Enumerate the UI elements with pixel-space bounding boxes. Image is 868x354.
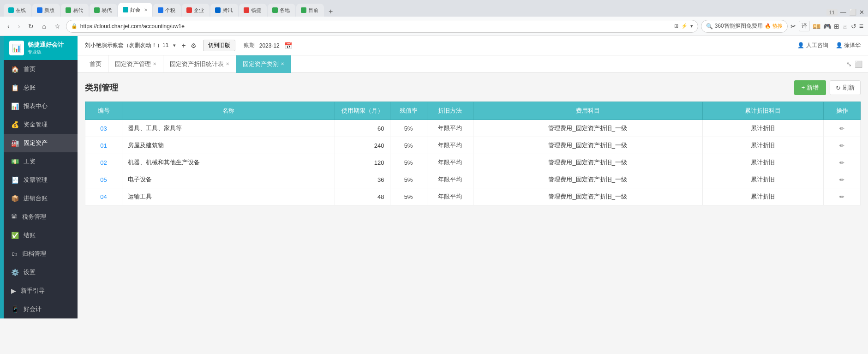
sidebar: 📊 畅捷通好会计 专业版 🏠 首页 📋 总账 📊 报表中心 💰 资金管理 🏭 固… [4, 36, 78, 318]
browser-tab[interactable]: 个税 [153, 4, 181, 17]
tab-asset-mgmt-close[interactable]: ✕ [153, 61, 156, 66]
tab-depreciation[interactable]: 固定资产折旧统计表 ✕ [163, 55, 236, 73]
maximize-content-icon[interactable]: ⬜ [855, 60, 862, 68]
cell-action: ✏ [824, 171, 861, 188]
cell-method: 年限平均 [427, 171, 473, 188]
cell-rate: 5% [390, 137, 427, 154]
address-input[interactable] [80, 23, 671, 30]
cell-expense: 管理费用_固定资产折旧_一级 [473, 171, 702, 188]
cell-code: 04 [85, 188, 122, 205]
browser-tab[interactable]: 目前 [296, 4, 324, 17]
sidebar-item-settlement[interactable]: ✅ 结账 [4, 226, 78, 245]
browser-tab[interactable]: 易代 [90, 4, 117, 17]
game-icon[interactable]: 🎮 [823, 23, 831, 30]
sidebar-item-tax[interactable]: 🏛 税务管理 [4, 208, 78, 226]
cell-period: 240 [335, 137, 390, 154]
tab-close-icon[interactable]: ✕ [144, 7, 148, 12]
browser-tab[interactable]: 新版 [32, 4, 60, 17]
sidebar-item-fixed-assets[interactable]: 🏭 固定资产 [4, 134, 78, 152]
tab-depreciation-close[interactable]: ✕ [226, 61, 229, 66]
sidebar-item-invoice[interactable]: 🧾 发票管理 [4, 171, 78, 189]
cell-period: 60 [335, 120, 390, 137]
capital-icon: 💰 [11, 121, 19, 128]
translate-icon[interactable]: 译 [799, 21, 810, 31]
sidebar-item-guide[interactable]: ▶ 新手引导 [4, 282, 78, 300]
cell-name: 房屋及建筑物 [122, 137, 335, 154]
tab-category[interactable]: 固定资产类别 ✕ [236, 55, 291, 73]
guide-icon: ▶ [11, 287, 16, 294]
close-window-button[interactable]: ✕ [859, 9, 864, 16]
edit-icon[interactable]: ✏ [839, 176, 844, 183]
browser-tab[interactable]: 企业 [182, 4, 210, 17]
browser-tab-bar: 在线 新版 易代 易代 好会 ✕ 个税 企业 腾讯 [0, 0, 868, 17]
cell-action: ✏ [824, 188, 861, 205]
switch-version-button[interactable]: 切到旧版 [203, 40, 235, 51]
cell-name: 运输工具 [122, 188, 335, 205]
window-tab-count[interactable]: 11 [826, 9, 838, 16]
sidebar-item-payroll[interactable]: 💵 工资 [4, 152, 78, 171]
settlement-icon: ✅ [11, 232, 19, 239]
currency-icon[interactable]: 💴 [813, 23, 820, 30]
browser-tab[interactable]: 腾讯 [210, 4, 238, 17]
cell-rate: 5% [390, 120, 427, 137]
browser-tab[interactable]: 各地 [268, 4, 295, 17]
browser-tab[interactable]: 畅捷 [239, 4, 267, 17]
home-button[interactable]: ⌂ [39, 21, 48, 32]
brightness-icon[interactable]: ☼ [842, 23, 848, 30]
table-row: 01 房屋及建筑物 240 5% 年限平均 管理费用_固定资产折旧_一级 累计折… [85, 137, 861, 154]
sidebar-item-home[interactable]: 🏠 首页 [4, 60, 78, 78]
forward-button[interactable]: › [15, 21, 23, 32]
calendar-icon[interactable]: 📅 [284, 42, 292, 49]
reload-button[interactable]: ↻ [25, 21, 36, 32]
reports-icon: 📊 [11, 102, 19, 110]
add-button[interactable]: + 新增 [794, 80, 826, 95]
scissors-icon[interactable]: ✂ [790, 23, 796, 30]
browser-tab-active[interactable]: 好会 ✕ [118, 3, 152, 17]
tab-asset-mgmt[interactable]: 固定资产管理 ✕ [108, 55, 163, 73]
bookmark-button[interactable]: ☆ [52, 21, 63, 32]
cell-rate: 5% [390, 188, 427, 205]
cell-period: 120 [335, 154, 390, 171]
cell-period: 36 [335, 171, 390, 188]
sidebar-item-more[interactable]: 📱 好会计 [4, 300, 78, 318]
cell-action: ✏ [824, 120, 861, 137]
edit-icon[interactable]: ✏ [839, 142, 844, 149]
page-title: 类别管理 [85, 82, 118, 93]
cell-rate: 5% [390, 171, 427, 188]
tax-icon: 🏛 [11, 213, 18, 221]
sidebar-item-reports[interactable]: 📊 报表中心 [4, 97, 78, 115]
refresh-button[interactable]: ↻ 刷新 [830, 80, 861, 95]
cell-name: 机器、机械和其他生产设备 [122, 154, 335, 171]
back-button[interactable]: ‹ [5, 21, 12, 32]
tab-home[interactable]: 首页 [83, 55, 108, 73]
sidebar-item-capital[interactable]: 💰 资金管理 [4, 115, 78, 134]
undo-icon[interactable]: ↺ [851, 23, 856, 30]
edit-icon[interactable]: ✏ [839, 193, 844, 200]
dropdown-icon[interactable]: ▾ [173, 42, 176, 48]
sidebar-item-archive[interactable]: 🗂 归档管理 [4, 245, 78, 263]
restore-icon[interactable]: ⤡ [846, 60, 852, 68]
browser-tab[interactable]: 在线 [4, 4, 31, 17]
maximize-button[interactable]: ⬜ [849, 9, 856, 16]
edit-icon[interactable]: ✏ [839, 125, 844, 132]
ledger-icon: 📋 [11, 84, 19, 91]
help-label[interactable]: 👤 人工咨询 [797, 42, 828, 49]
sidebar-item-inventory[interactable]: 📦 进销台账 [4, 189, 78, 208]
minimize-button[interactable]: — [840, 9, 846, 16]
user-avatar[interactable]: 👤 徐泽华 [836, 42, 861, 49]
sidebar-item-ledger[interactable]: 📋 总账 [4, 78, 78, 97]
cell-action: ✏ [824, 154, 861, 171]
grid-icon[interactable]: ⊞ [834, 23, 839, 30]
col-expense: 费用科目 [473, 102, 702, 120]
sidebar-item-settings[interactable]: ⚙️ 设置 [4, 263, 78, 282]
cell-period: 48 [335, 188, 390, 205]
edit-icon[interactable]: ✏ [839, 159, 844, 166]
menu-icon[interactable]: ≡ [859, 22, 863, 30]
tab-category-close[interactable]: ✕ [281, 61, 284, 66]
settings-gear-icon[interactable]: ⚙ [191, 42, 197, 49]
browser-tab[interactable]: 易代 [61, 4, 89, 17]
settings-icon: ⚙️ [11, 269, 19, 276]
new-tab-button[interactable]: + [325, 7, 336, 16]
cell-accum: 累计折旧 [702, 154, 823, 171]
add-account-button[interactable]: + [181, 42, 186, 50]
